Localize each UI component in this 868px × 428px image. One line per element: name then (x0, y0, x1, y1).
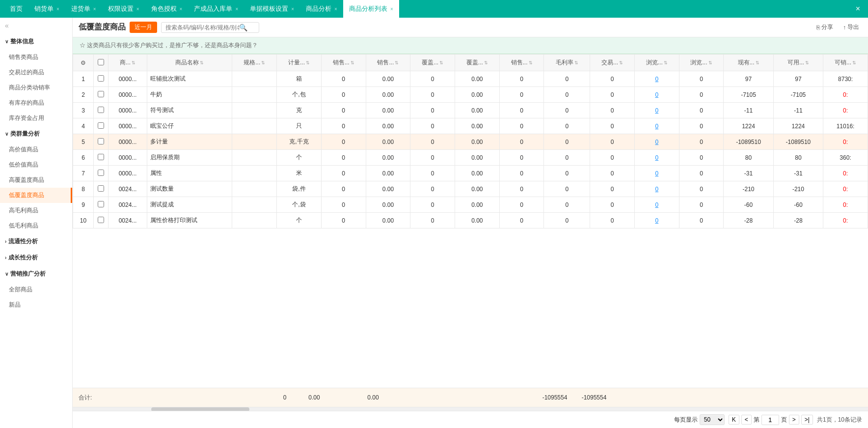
row-browse1[interactable]: 0 (634, 197, 679, 213)
sidebar-item-low-margin[interactable]: 低毛利商品 (0, 218, 72, 233)
nav-product-analysis[interactable]: 商品分析 × (300, 0, 343, 18)
row-checkbox[interactable] (93, 103, 108, 118)
row-checkbox[interactable] (93, 150, 108, 166)
search-input[interactable] (165, 24, 239, 31)
page-label-after: 页 (781, 416, 787, 424)
col-transaction[interactable]: 交易...⇅ (590, 55, 635, 71)
sidebar-section-overall[interactable]: ∨ 整体信息 (0, 33, 72, 50)
row-checkbox[interactable] (93, 71, 108, 87)
nav-close-icon[interactable]: × (56, 6, 59, 12)
sidebar-item-low-value[interactable]: 低价值商品 (0, 157, 72, 172)
table-wrapper[interactable]: ⚙ 商...⇅ 商品名称⇅ 规格...⇅ 计量...⇅ 销售...⇅ 销售...… (73, 54, 868, 388)
scrollbar-track[interactable] (73, 407, 868, 411)
nav-close-icon[interactable]: × (180, 6, 183, 12)
sidebar-item-new-goods[interactable]: 新品 (0, 297, 72, 313)
nav-home[interactable]: 首页 (4, 0, 28, 18)
col-browse2[interactable]: 浏览...⇅ (679, 55, 724, 71)
period-button[interactable]: 近一月 (130, 22, 157, 33)
row-spec (232, 118, 277, 134)
col-code[interactable]: 商...⇅ (108, 55, 147, 71)
row-num: 3 (73, 103, 94, 118)
nav-close-icon[interactable]: × (136, 6, 139, 12)
last-page-button[interactable]: >| (801, 415, 813, 425)
col-coverage1[interactable]: 覆盖...⇅ (410, 55, 455, 71)
row-browse1[interactable]: 0 (634, 118, 679, 134)
nav-close-icon[interactable]: × (93, 6, 96, 12)
col-sales-amount[interactable]: 销售...⇅ (366, 55, 410, 71)
sidebar-section-group-analysis[interactable]: ∨ 类群量分析 (0, 126, 72, 142)
row-browse1[interactable]: 0 (634, 71, 679, 87)
sidebar-item-all-goods[interactable]: 全部商品 (0, 282, 72, 297)
nav-permission-settings[interactable]: 权限设置 × (102, 0, 145, 18)
settings-col-header[interactable]: ⚙ (73, 55, 94, 71)
row-sales-amount: 0.00 (366, 181, 410, 197)
settings-icon[interactable]: ⚙ (81, 59, 86, 66)
col-name[interactable]: 商品名称⇅ (147, 55, 232, 71)
search-icon[interactable]: 🔍 (239, 24, 247, 31)
row-browse1[interactable]: 0 (634, 150, 679, 166)
col-unit[interactable]: 计量...⇅ (277, 55, 322, 71)
row-browse1[interactable]: 0 (634, 166, 679, 181)
nav-product-analysis-list[interactable]: 商品分析列表 × (343, 0, 399, 18)
sidebar-item-high-margin[interactable]: 高毛利商品 (0, 203, 72, 218)
sidebar-collapse-btn[interactable]: « (5, 22, 9, 29)
col-sales-qty[interactable]: 销售...⇅ (321, 55, 366, 71)
table-row: 4 0000... 眠宝公仔 只 0 0.00 0 0.00 0 0 0 0 0… (73, 118, 868, 134)
row-coverage2: 0.00 (455, 71, 499, 87)
select-all-checkbox[interactable] (98, 59, 104, 65)
row-browse1[interactable]: 0 (634, 213, 679, 228)
sidebar-item-high-value[interactable]: 高价值商品 (0, 142, 72, 157)
checkbox-col-header[interactable] (93, 55, 108, 71)
per-page-select[interactable]: 50 20 100 (700, 414, 725, 425)
row-checkbox[interactable] (93, 87, 108, 103)
nav-close-icon[interactable]: × (291, 6, 294, 12)
col-browse1[interactable]: 浏览...⇅ (634, 55, 679, 71)
sidebar-section-marketing[interactable]: ∨ 营销推广分析 (0, 266, 72, 282)
row-browse1[interactable]: 0 (634, 181, 679, 197)
nav-product-entry[interactable]: 产成品入库单 × (188, 0, 244, 18)
row-browse1[interactable]: 0 (634, 103, 679, 118)
sidebar-section-growth[interactable]: › 成长性分析 (0, 250, 72, 266)
nav-close-icon[interactable]: × (235, 6, 238, 12)
nav-close-active-icon[interactable]: × (390, 6, 393, 12)
sidebar-item-sales-goods[interactable]: 销售类商品 (0, 50, 72, 65)
next-page-button[interactable]: > (789, 415, 799, 425)
col-margin[interactable]: 毛利率⇅ (544, 55, 590, 71)
sidebar-item-category-turnover[interactable]: 商品分类动销率 (0, 80, 72, 95)
col-spec[interactable]: 规格...⇅ (232, 55, 277, 71)
prev-page-button[interactable]: < (741, 415, 752, 425)
sidebar-item-traded-goods[interactable]: 交易过的商品 (0, 65, 72, 80)
row-checkbox[interactable] (93, 118, 108, 134)
col-available-stock[interactable]: 可用...⇅ (773, 55, 823, 71)
current-page-input[interactable] (761, 415, 779, 425)
table-row: 8 0024... 测试数量 袋,件 0 0.00 0 0.00 0 0 0 0… (73, 181, 868, 197)
sidebar-item-low-coverage[interactable]: 低覆盖度商品 (0, 188, 72, 203)
row-unit: 米 (277, 166, 322, 181)
export-button[interactable]: ↑ 导出 (840, 22, 862, 33)
nav-purchase-order[interactable]: 进货单 × (65, 0, 102, 18)
nav-close-icon[interactable]: × (334, 6, 337, 12)
row-checkbox[interactable] (93, 197, 108, 213)
window-close-button[interactable]: × (852, 4, 864, 13)
row-checkbox[interactable] (93, 134, 108, 150)
nav-sales-order[interactable]: 销货单 × (28, 0, 65, 18)
row-browse1[interactable]: 0 (634, 134, 679, 150)
col-sales3[interactable]: 销售...⇅ (499, 55, 544, 71)
row-transaction: 0 (590, 103, 635, 118)
col-current-stock[interactable]: 现有...⇅ (724, 55, 773, 71)
nav-voucher-template[interactable]: 单据模板设置 × (244, 0, 300, 18)
row-checkbox[interactable] (93, 166, 108, 181)
sidebar-item-high-coverage[interactable]: 高覆盖度商品 (0, 172, 72, 188)
col-coverage2[interactable]: 覆盖...⇅ (455, 55, 499, 71)
row-browse1[interactable]: 0 (634, 87, 679, 103)
nav-role-auth[interactable]: 角色授权 × (145, 0, 189, 18)
share-button[interactable]: ⎘ 分享 (814, 22, 836, 33)
first-page-button[interactable]: K (729, 415, 739, 425)
sidebar-item-inventory-capital[interactable]: 库存资金占用 (0, 111, 72, 126)
row-checkbox[interactable] (93, 181, 108, 197)
col-sellable[interactable]: 可销...⇅ (823, 55, 868, 71)
row-checkbox[interactable] (93, 213, 108, 228)
table-row: 2 0000... 牛奶 个,包 0 0.00 0 0.00 0 0 0 0 0… (73, 87, 868, 103)
sidebar-item-stocked-goods[interactable]: 有库存的商品 (0, 95, 72, 111)
sidebar-section-liquidity[interactable]: › 流通性分析 (0, 233, 72, 250)
